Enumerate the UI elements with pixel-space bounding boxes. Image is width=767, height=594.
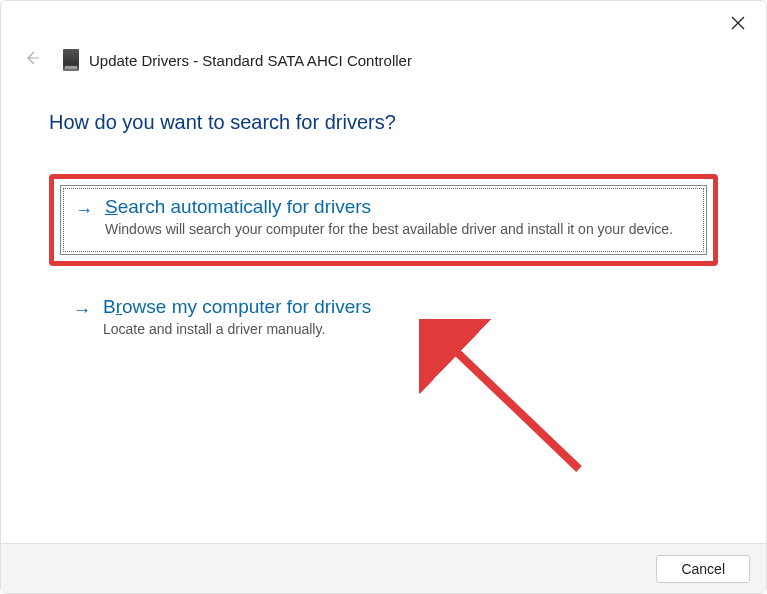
- option-description: Windows will search your computer for th…: [105, 220, 692, 240]
- device-icon: [63, 49, 79, 71]
- option-browse-computer[interactable]: → Browse my computer for drivers Locate …: [49, 286, 718, 354]
- highlight-annotation: → Search automatically for drivers Windo…: [49, 174, 718, 266]
- option-title: Search automatically for drivers: [105, 196, 692, 218]
- dialog-header: Update Drivers - Standard SATA AHCI Cont…: [1, 1, 766, 79]
- option-search-automatically[interactable]: → Search automatically for drivers Windo…: [60, 185, 707, 255]
- dialog-content: How do you want to search for drivers? →…: [1, 79, 766, 373]
- back-button[interactable]: [23, 51, 41, 69]
- option-text-group: Browse my computer for drivers Locate an…: [103, 296, 704, 340]
- option-title: Browse my computer for drivers: [103, 296, 704, 318]
- search-prompt: How do you want to search for drivers?: [49, 111, 718, 134]
- dialog-title: Update Drivers - Standard SATA AHCI Cont…: [89, 52, 412, 69]
- update-drivers-dialog: Update Drivers - Standard SATA AHCI Cont…: [0, 0, 767, 594]
- cancel-button[interactable]: Cancel: [656, 555, 750, 583]
- close-button[interactable]: [728, 15, 748, 35]
- arrow-right-icon: →: [73, 300, 91, 340]
- arrow-right-icon: →: [75, 200, 93, 240]
- option-text-group: Search automatically for drivers Windows…: [105, 196, 692, 240]
- arrow-left-icon: [24, 50, 40, 70]
- dialog-footer: Cancel: [1, 543, 766, 593]
- close-icon: [731, 16, 745, 34]
- option-description: Locate and install a driver manually.: [103, 320, 704, 340]
